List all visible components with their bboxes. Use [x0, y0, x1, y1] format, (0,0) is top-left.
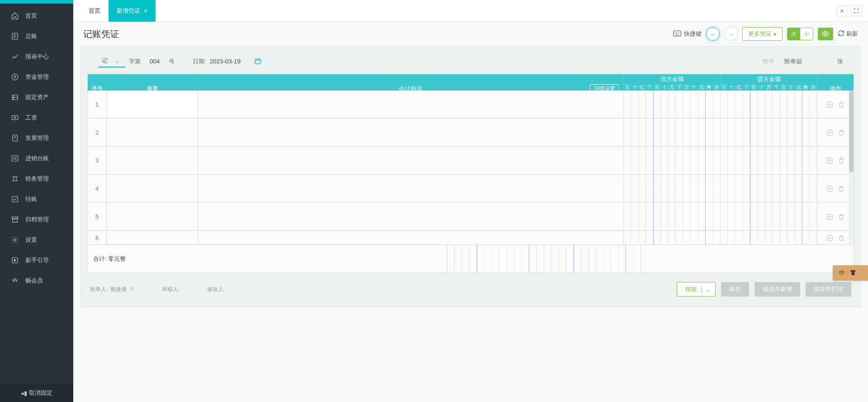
sidebar-item-archive[interactable]: 归档管理 [0, 209, 73, 230]
ime-label: 中 [839, 269, 845, 277]
size-small-button[interactable]: 小 [800, 28, 813, 40]
add-row-icon[interactable] [826, 213, 833, 220]
sidebar-item-guide[interactable]: 新手引导 [0, 250, 73, 270]
ime-badge[interactable]: 中 [833, 265, 868, 281]
sidebar-item-label: 报表中心 [25, 53, 49, 61]
summary-input[interactable] [108, 120, 196, 145]
row-seq: 4 [88, 175, 107, 202]
archive-icon [11, 215, 19, 224]
debit-amount-cell[interactable] [624, 231, 721, 244]
attachment-count-input[interactable] [808, 58, 831, 65]
edit-maker-icon[interactable] [129, 286, 135, 293]
summary-input[interactable] [108, 92, 196, 117]
ledger-icon [11, 32, 19, 40]
credit-amount-cell[interactable] [721, 175, 817, 202]
sidebar-item-inout[interactable]: 进销台账 [0, 148, 73, 168]
more-voucher-button[interactable]: 更多凭证▾ [742, 27, 783, 41]
sidebar-item-label: 总账 [25, 32, 37, 40]
delete-row-icon[interactable] [838, 101, 845, 108]
add-row-icon[interactable] [826, 101, 833, 108]
prev-voucher-button[interactable]: ← [706, 27, 720, 41]
tab-close-all-button[interactable]: ✕ [836, 5, 847, 16]
refresh-label: 刷新 [846, 30, 858, 38]
next-voucher-button[interactable]: → [724, 27, 738, 41]
tab-home[interactable]: 首页 [81, 0, 109, 22]
credit-amount-cell[interactable] [721, 203, 817, 230]
sidebar-item-label: 新手引导 [25, 256, 49, 264]
sidebar-item-settings[interactable]: 设置 [0, 230, 73, 250]
scrollbar-thumb[interactable] [849, 91, 854, 172]
sidebar-item-vip[interactable]: 畅会员 [0, 270, 73, 291]
credit-amount-cell[interactable] [721, 91, 817, 118]
tab-new-voucher[interactable]: 新增凭证 × [109, 0, 156, 22]
sidebar-item-ledger[interactable]: 总账 [0, 26, 73, 46]
sidebar-item-tax[interactable]: 税务管理 [0, 168, 73, 189]
sidebar-item-label: 固定资产 [25, 93, 49, 101]
sidebar-item-salary[interactable]: 工资 [0, 107, 73, 128]
unpin-icon: ◂▮ [21, 390, 27, 397]
save-and-print-button[interactable]: 保存并打印 [806, 282, 851, 297]
summary-input[interactable] [108, 176, 196, 201]
delete-row-icon[interactable] [838, 185, 845, 192]
subject-cell[interactable] [198, 203, 624, 230]
delete-row-icon[interactable] [838, 213, 845, 220]
sidebar-item-label: 工资 [25, 114, 37, 122]
sidebar-item-invoice[interactable]: 发票管理 [0, 128, 73, 148]
debit-amount-cell[interactable] [624, 175, 721, 202]
total-credit-cell [544, 245, 641, 273]
sidebar-item-reports[interactable]: 报表中心 [0, 46, 73, 67]
attachment-disabled: 附件 [759, 57, 778, 67]
tax-icon [11, 175, 19, 183]
delete-row-icon[interactable] [838, 157, 845, 164]
subject-cell[interactable] [198, 91, 624, 118]
subject-cell[interactable] [198, 119, 624, 146]
summary-input[interactable] [108, 148, 196, 173]
size-large-button[interactable]: 大 [787, 28, 800, 40]
row-seq: 1 [88, 91, 107, 118]
summary-input[interactable] [108, 232, 196, 244]
modifier-field: 修改人: [207, 286, 225, 293]
template-button[interactable]: 模板 ⌄ [677, 282, 716, 297]
add-row-icon[interactable] [826, 129, 833, 136]
shortcut-button[interactable]: 快捷键 [673, 30, 702, 38]
sidebar-item-funds[interactable]: 资金管理 [0, 67, 73, 87]
row-seq: 5 [88, 203, 107, 230]
preview-button[interactable] [818, 28, 833, 40]
voucher-type-select[interactable]: 记 ⌄ [98, 56, 125, 67]
debit-amount-cell[interactable] [624, 91, 721, 118]
refresh-button[interactable]: 刷新 [838, 30, 858, 38]
debit-amount-cell[interactable] [624, 147, 721, 174]
add-row-icon[interactable] [826, 157, 833, 164]
add-row-icon[interactable] [826, 234, 833, 242]
summary-input[interactable] [108, 204, 196, 229]
subject-cell[interactable] [198, 147, 624, 174]
close-icon[interactable]: × [144, 7, 147, 14]
voucher-number-input[interactable] [144, 58, 165, 65]
save-button[interactable]: 保存 [721, 282, 749, 297]
sidebar-item-home[interactable]: 首页 [0, 5, 73, 26]
auditor-label: 审核人: [162, 286, 180, 293]
sidebar-unpin[interactable]: ◂▮ 取消固定 [0, 384, 73, 402]
delete-row-icon[interactable] [838, 129, 845, 136]
calendar-icon[interactable] [254, 57, 261, 66]
delete-row-icon[interactable] [838, 234, 845, 242]
voucher-date-input[interactable] [210, 58, 251, 65]
subject-cell[interactable] [198, 175, 624, 202]
fullscreen-button[interactable] [851, 5, 862, 16]
subject-cell[interactable] [198, 231, 624, 244]
sidebar-item-label: 首页 [25, 12, 37, 20]
credit-amount-cell[interactable] [721, 231, 817, 244]
maker-label: 制单人: [90, 286, 108, 293]
table-scrollbar[interactable] [849, 91, 854, 244]
credit-amount-cell[interactable] [721, 147, 817, 174]
sidebar-item-closing[interactable]: 结账 [0, 189, 73, 209]
close-book-icon [11, 195, 19, 203]
debit-amount-cell[interactable] [624, 119, 721, 146]
credit-amount-cell[interactable] [721, 119, 817, 146]
save-and-new-button[interactable]: 保存并新增 [754, 282, 800, 297]
refresh-icon [838, 30, 844, 38]
sidebar-item-assets[interactable]: 固定资产 [0, 87, 73, 107]
debit-amount-cell[interactable] [624, 203, 721, 230]
add-row-icon[interactable] [826, 185, 833, 192]
modifier-label: 修改人: [207, 286, 225, 293]
